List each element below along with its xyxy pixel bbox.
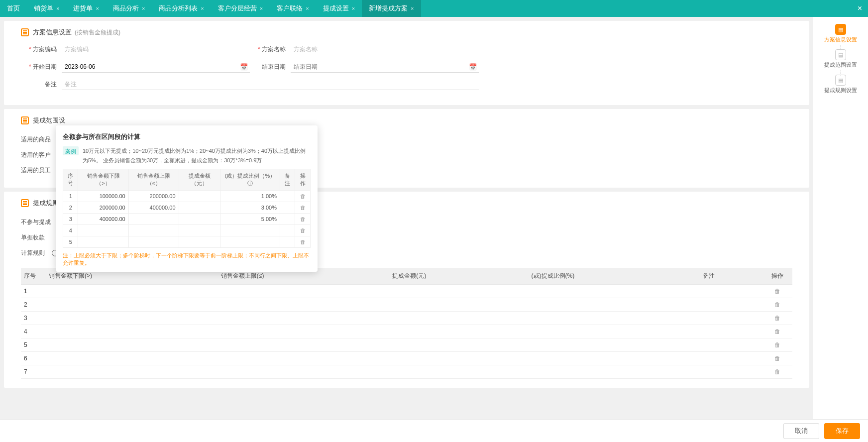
table-row[interactable]: 7🗑 [21, 365, 792, 379]
code-label: 方案编码 [21, 45, 57, 54]
name-input[interactable] [291, 44, 479, 55]
section-subtitle: (按销售金额提成) [75, 28, 120, 37]
nav-icon: ▤ [835, 24, 846, 35]
section-icon [21, 116, 29, 124]
table-row: 3400000.005.00%🗑 [63, 214, 311, 225]
tab-purchase[interactable]: 进货单× [66, 0, 106, 17]
code-input[interactable] [62, 44, 250, 55]
case-tag: 案例 [63, 146, 79, 155]
start-date-input[interactable] [62, 61, 238, 72]
close-icon[interactable]: × [201, 0, 204, 17]
section-icon [21, 28, 29, 36]
tab-bar: 首页 销货单× 进货单× 商品分析× 商品分析列表× 客户分层经营× 客户联络×… [0, 0, 868, 17]
name-label: 方案名称 [250, 45, 286, 54]
tooltip-note: 注：上限必须大于下限；多个阶梯时，下一个阶梯下限要等于前一阶梯上限；不同行之间下… [63, 252, 311, 267]
col-pct: (或)提成比例(%) [529, 268, 700, 285]
table-row[interactable]: 2🗑 [21, 298, 792, 312]
col-remark: 备注 [700, 268, 762, 285]
trash-icon[interactable]: 🗑 [300, 227, 306, 233]
table-row: 5🗑 [63, 236, 311, 248]
remark-label: 备注 [21, 80, 57, 89]
tooltip-title: 全额参与所在区间段的计算 [63, 132, 311, 141]
close-icon[interactable]: × [306, 0, 309, 17]
trash-icon[interactable]: 🗑 [300, 205, 306, 211]
tab-product-analysis-list[interactable]: 商品分析列表× [152, 0, 211, 17]
section-title: 提成范围设 [33, 116, 65, 125]
tab-commission-settings[interactable]: 提成设置× [316, 0, 362, 17]
calendar-icon[interactable]: 📅 [467, 63, 479, 71]
table-row: 4🗑 [63, 225, 311, 236]
table-row[interactable]: 6🗑 [21, 352, 792, 365]
nav-icon: ▤ [835, 49, 846, 60]
trash-icon[interactable]: 🗑 [774, 301, 780, 308]
col-op: 操作 [762, 268, 792, 285]
footer-bar: 取消 保存 [0, 419, 868, 422]
tabbar-close-icon[interactable]: × [858, 4, 862, 13]
nav-icon: ▤ [835, 75, 846, 86]
close-icon[interactable]: × [352, 0, 355, 17]
remark-input[interactable] [62, 79, 479, 90]
case-text: 10万元以下无提成；10~20万元提成比例为1%；20~40万提成比例为3%；4… [83, 146, 311, 165]
close-icon[interactable]: × [142, 0, 145, 17]
tab-customer-contact[interactable]: 客户联络× [270, 0, 316, 17]
col-idx: 序号 [21, 268, 46, 285]
anchor-nav: ▤ 方案信息设置 ┊ ▤ 提成范围设置 ┊ ▤ 提成规则设置 [813, 17, 868, 422]
close-icon[interactable]: × [411, 0, 414, 17]
calc-rule-label: 计算规则 [21, 245, 45, 261]
plan-info-section: 方案信息设置 (按销售金额提成) 方案编码 方案名称 开始日期 📅 [4, 21, 809, 105]
main-content: 方案信息设置 (按销售金额提成) 方案编码 方案名称 开始日期 📅 [0, 17, 813, 422]
section-title: 方案信息设置 [33, 28, 72, 37]
trash-icon[interactable]: 🗑 [774, 288, 780, 295]
section-icon [21, 199, 29, 207]
trash-icon[interactable]: 🗑 [774, 315, 780, 322]
table-row[interactable]: 1🗑 [21, 285, 792, 298]
calendar-icon[interactable]: 📅 [238, 63, 250, 71]
nav-rule[interactable]: ▤ 提成规则设置 [813, 75, 868, 94]
trash-icon[interactable]: 🗑 [300, 216, 306, 222]
info-icon: ⓘ [247, 180, 253, 186]
trash-icon[interactable]: 🗑 [774, 341, 780, 348]
trash-icon[interactable]: 🗑 [300, 239, 306, 245]
start-date-label: 开始日期 [21, 63, 57, 71]
trash-icon[interactable]: 🗑 [774, 368, 780, 375]
trash-icon[interactable]: 🗑 [774, 328, 780, 335]
close-icon[interactable]: × [96, 0, 99, 17]
table-row[interactable]: 5🗑 [21, 338, 792, 352]
end-date-input[interactable] [291, 61, 467, 72]
nav-plan-info[interactable]: ▤ 方案信息设置 [813, 24, 868, 43]
close-icon[interactable]: × [260, 0, 263, 17]
col-amt: 提成金额(元) [389, 268, 528, 285]
trash-icon[interactable]: 🗑 [774, 355, 780, 362]
tab-customer-tier[interactable]: 客户分层经营× [211, 0, 270, 17]
table-row[interactable]: 4🗑 [21, 325, 792, 338]
close-icon[interactable]: × [56, 0, 59, 17]
tab-new-commission-plan[interactable]: 新增提成方案× [362, 0, 421, 17]
tab-sales[interactable]: 销货单× [27, 0, 66, 17]
nav-scope[interactable]: ▤ 提成范围设置 [813, 49, 868, 69]
end-date-label: 结束日期 [250, 63, 286, 71]
calc-rule-tooltip: 全额参与所在区间段的计算 案例 10万元以下无提成；10~20万元提成比例为1%… [56, 125, 318, 272]
trash-icon[interactable]: 🗑 [300, 193, 306, 199]
tooltip-table: 序号 销售金额下限（>） 销售金额上限（≤） 提成金额（元） (或）提成比例（%… [63, 169, 311, 248]
table-row: 2200000.00400000.003.00%🗑 [63, 202, 311, 214]
tab-product-analysis[interactable]: 商品分析× [106, 0, 152, 17]
rule-table: 序号 销售金额下限(>) 销售金额上限(≤) 提成金额(元) (或)提成比例(%… [21, 268, 792, 379]
table-row[interactable]: 3🗑 [21, 312, 792, 325]
tab-home[interactable]: 首页 [0, 0, 27, 17]
table-row: 1100000.00200000.001.00%🗑 [63, 191, 311, 202]
